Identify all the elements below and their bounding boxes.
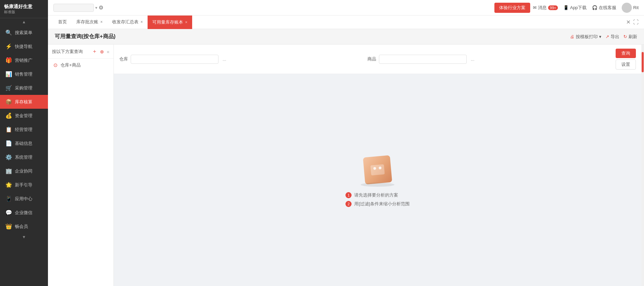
empty-box-face [370, 164, 385, 175]
page-header-actions: 🖨 按模板打印 ▾ ↗ 导出 ↻ 刷新 [570, 34, 637, 40]
left-panel-title: 按以下方案查询 [52, 49, 89, 55]
tab-summary[interactable]: 收发存汇总表 × [107, 16, 148, 29]
page-title: 可用量查询(按仓库+商品) [55, 33, 115, 40]
scheme-warehouse-product[interactable]: ⊙ 仓库+商品 [48, 59, 113, 72]
crown-icon: 👑 [5, 223, 12, 230]
headset-icon: 🎧 [592, 5, 597, 10]
print-icon: 🖨 [570, 34, 574, 39]
refresh-button[interactable]: ↻ 刷新 [623, 34, 637, 40]
right-content: 仓库 ... 商品 ... 查询 设置 [114, 45, 641, 286]
clipboard-icon: 📋 [5, 126, 12, 133]
tab-summary-label: 收发存汇总表 [112, 19, 138, 25]
export-button[interactable]: ↗ 导出 [606, 34, 619, 40]
sidebar-scroll-up[interactable]: ▲ [0, 18, 48, 26]
sidebar-item-quicknav[interactable]: ⚡ 快捷导航 [0, 40, 48, 53]
sidebar-item-purchase[interactable]: 🛒 采购管理 [0, 81, 48, 95]
app-download-button[interactable]: 📱 App下载 [563, 5, 587, 11]
tab-batch[interactable]: 库存批次账 × [72, 16, 107, 29]
empty-box-graphic [363, 155, 392, 185]
cart-icon: 🛒 [5, 85, 12, 91]
settings-button[interactable]: 设置 [616, 59, 636, 70]
warehouse-filter-group: 仓库 ... [119, 55, 362, 64]
tab-batch-label: 库存批次账 [76, 19, 98, 25]
sidebar-item-label: 企业协同 [15, 168, 32, 174]
doc-icon: 📄 [5, 140, 12, 147]
lightning-icon: ⚡ [5, 43, 12, 50]
product-more-icon[interactable]: ... [469, 57, 476, 62]
product-label: 商品 [367, 56, 376, 62]
message-badge: 99+ [548, 5, 558, 10]
username-label: Rit [633, 5, 639, 10]
user-menu[interactable]: Rit [622, 3, 639, 13]
left-panel-header: 按以下方案查询 ＋ ⊕ « [48, 45, 113, 59]
tab-summary-close[interactable]: × [140, 20, 143, 24]
scheme-settings-icon[interactable]: ⊕ [100, 49, 104, 54]
message-label: 消息 [538, 5, 547, 11]
chevron-down-icon[interactable]: ▾ [95, 5, 97, 10]
search-icon: 🔍 [5, 29, 12, 36]
app-download-label: App下载 [570, 5, 587, 11]
scrollbar-handle[interactable] [642, 52, 644, 72]
industry-solution-button[interactable]: 体验行业方案 [494, 3, 530, 13]
sidebar-item-newguide[interactable]: 🌟 新手引导 [0, 178, 48, 192]
tab-home[interactable]: 首页 [53, 16, 72, 29]
query-button[interactable]: 查询 [616, 49, 636, 58]
tab-available-close[interactable]: × [185, 20, 187, 25]
phone-icon: 📱 [563, 5, 569, 10]
tip-text-2: 用[过滤]条件来缩小分析范围 [354, 201, 409, 207]
right-scrollbar[interactable] [641, 45, 644, 286]
filter-actions: 查询 设置 [616, 49, 636, 70]
warehouse-input[interactable] [131, 55, 218, 64]
sidebar-item-search[interactable]: 🔍 搜索菜单 [0, 26, 48, 40]
sidebar-item-marketing[interactable]: 🎁 营销推广 [0, 53, 48, 67]
scheme-icon: ⊙ [53, 62, 58, 68]
refresh-label: 刷新 [628, 34, 637, 40]
sidebar-item-inventory[interactable]: 📦 库存核算 [0, 95, 48, 109]
sidebar-item-finance[interactable]: 💰 资金管理 [0, 109, 48, 123]
logo-title: 畅康通好生意 [4, 3, 44, 9]
online-service-button[interactable]: 🎧 在线客服 [592, 5, 616, 11]
tabbar-actions: ✕ ⛶ [626, 19, 639, 25]
sidebar-item-label: 基础信息 [15, 140, 32, 147]
sidebar-scroll-down[interactable]: ▼ [0, 233, 48, 241]
sidebar-item-enterprise[interactable]: 🏢 企业协同 [0, 164, 48, 178]
sidebar-item-operations[interactable]: 📋 经营管理 [0, 123, 48, 136]
empty-illustration [357, 153, 398, 187]
sidebar-item-label: 系统管理 [15, 154, 32, 160]
tab-available[interactable]: 可用量库存账本 × [148, 16, 192, 29]
sidebar-item-label: 库存核算 [15, 99, 32, 105]
tabbar-expand-icon[interactable]: ⛶ [633, 19, 639, 25]
breadcrumb: ▾ ⚙ [53, 4, 492, 12]
topbar-search-input[interactable] [53, 4, 94, 12]
empty-state: 1 请先选择要分析的方案 2 用[过滤]条件来缩小分析范围 [114, 74, 641, 286]
logo-subtitle: 标准版 [4, 9, 44, 15]
sidebar-item-system[interactable]: ⚙️ 系统管理 [0, 150, 48, 164]
sidebar-item-appcenter[interactable]: 📱 应用中心 [0, 192, 48, 206]
chat-icon: 💬 [5, 209, 12, 216]
print-chevron-icon: ▾ [599, 34, 601, 39]
collapse-icon[interactable]: « [107, 49, 109, 54]
tabbar-close-icon[interactable]: ✕ [626, 19, 630, 25]
add-scheme-icon[interactable]: ＋ [92, 48, 97, 55]
sidebar-item-label: 企业微信 [15, 210, 32, 216]
online-service-label: 在线客服 [599, 5, 616, 11]
messages-button[interactable]: ✉ 消息 99+ [533, 5, 558, 11]
product-input[interactable] [379, 55, 467, 64]
warehouse-label: 仓库 [119, 56, 128, 62]
sidebar-item-label: 畅会员 [15, 224, 28, 230]
settings-icon[interactable]: ⚙ [99, 4, 103, 11]
left-panel: 按以下方案查询 ＋ ⊕ « ⊙ 仓库+商品 [48, 45, 114, 286]
warehouse-more-icon[interactable]: ... [221, 57, 228, 62]
print-button[interactable]: 🖨 按模板打印 ▾ [570, 34, 601, 40]
filter-bar: 仓库 ... 商品 ... 查询 设置 [114, 45, 641, 74]
sidebar-item-basic[interactable]: 📄 基础信息 [0, 136, 48, 150]
sidebar-item-member[interactable]: 👑 畅会员 [0, 219, 48, 233]
export-label: 导出 [611, 34, 619, 40]
empty-tip-1: 1 请先选择要分析的方案 [345, 192, 409, 198]
sidebar-item-sales[interactable]: 📊 销售管理 [0, 67, 48, 81]
mobile-icon: 📱 [5, 196, 12, 202]
tab-batch-close[interactable]: × [100, 20, 103, 24]
sidebar-item-label: 资金管理 [15, 113, 32, 119]
gear-icon: ⚙️ [5, 154, 12, 160]
sidebar-item-wechat[interactable]: 💬 企业微信 [0, 206, 48, 219]
